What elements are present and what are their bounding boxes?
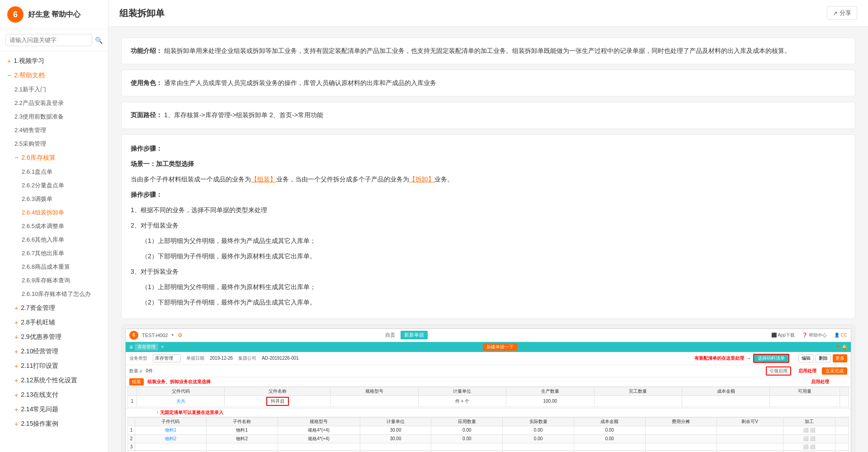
mock-form-date-value: 2019-12-26 [210, 356, 233, 361]
mock-enable-select[interactable]: 引领启用 [766, 366, 791, 376]
mock-form-type-select[interactable]: 库存管理 [153, 354, 181, 362]
sidebar-item-help-docs[interactable]: − 2.帮助文档 [0, 68, 108, 83]
mock-gear-icon: ⚙ [178, 332, 183, 338]
sidebar-sub-item-other-inbound[interactable]: 2.6.6其他入库单 [0, 233, 108, 247]
sidebar-item-video-learning[interactable]: + 1.视频学习 [0, 54, 108, 68]
sidebar-sub-item-assembly[interactable]: 2.6.4组装拆卸单 [0, 206, 108, 219]
sidebar-item-finance[interactable]: + 2.7资金管理 [0, 301, 108, 315]
plus-icon-faq: + [14, 406, 18, 413]
sidebar-item-faq[interactable]: + 2.14常见问题 [0, 402, 108, 417]
search-icon[interactable]: 🔍 [95, 37, 103, 44]
sidebar-item-mobile[interactable]: + 2.8手机旺辅 [0, 315, 108, 330]
mock-qty-value: 0件 [146, 368, 153, 374]
step3: 3、对于拆装业务 [131, 265, 846, 278]
sidebar-sub-item-sales[interactable]: 2.4销售管理 [0, 124, 108, 137]
mock-child-row2: 2 物料2 物料2 规格4*(+4) 30.00 0.00 0.00 0.00 [128, 434, 849, 443]
mock-th-c-process: 加工 [783, 417, 835, 426]
intro-label: 功能介绍： [131, 47, 162, 54]
step2-2: （2）下部明细为子件明细，最终作为原材料生成其它出库单。 [142, 250, 846, 262]
screenshot-mock: 6 TEST-H002 ▾ ⚙ 自贡 新新单据 ⬛ App下载 ❓ 帮助中心 👤… [122, 325, 855, 452]
disassembly-link[interactable]: 【拆卸】 [409, 176, 434, 183]
mock-th-child-code: 子件代码 [135, 417, 207, 426]
sidebar-sub-item-new-user[interactable]: 2.1新手入门 [0, 83, 108, 96]
mock-child-remain2 [717, 434, 783, 443]
mock-td-check1: 1 [128, 395, 137, 407]
mock-parent-table: 父件代码 父件名称 规格型号 计量单位 生产数量 完工数量 成本金额 可用量 [127, 387, 849, 407]
mock-child-actual2: 0.00 [503, 434, 574, 443]
sidebar-sub-item-stocktake[interactable]: 2.6.1盘点单 [0, 165, 108, 179]
mock-form-header: 业务类型 库存管理 单据日期 2019-12-26 集团公司 AD-201912… [126, 352, 851, 365]
page-header: 组装拆卸单 ↗ 分享 [108, 0, 868, 27]
steps-section: 操作步骤： 场景一：加工类型选择 当由多个子件材料组装成一个成品的业务为【组装】… [121, 134, 855, 319]
mock-left-sidebar-icon: ≡ [129, 343, 133, 351]
mock-th-produce-qty: 生产数量 [506, 387, 594, 395]
minus-icon-inventory: − [14, 154, 19, 162]
mock-child-fee2 [645, 434, 717, 443]
logo-area: 6 好生意 帮助中心 [0, 0, 108, 29]
sidebar-sub-item-goods-cost-recalc[interactable]: 2.6.8商品成本重算 [0, 260, 108, 274]
mock-type-indicator: 组装 [129, 378, 144, 385]
sidebar-item-system[interactable]: + 2.12系统个性化设置 [0, 373, 108, 388]
mock-td-unit1: 件 + 个 [418, 395, 506, 407]
mock-form-row2: 数量 ≥ 0件 引领启用 启用处理 立采完成 [126, 365, 851, 377]
mock-th-c-spec: 规格型号 [278, 417, 360, 426]
mock-child-proc2: ⬜ ⬜ [783, 434, 835, 443]
sidebar-sub-item-ledger-query[interactable]: 2.6.9库存账本查询 [0, 274, 108, 287]
mock-company: TEST-H002 [142, 333, 168, 338]
sidebar-sub-item-data-prep[interactable]: 2.3使用前数据准备 [0, 110, 108, 124]
mock-child-name1: 物料1 [206, 426, 278, 434]
sidebar-sub-item-cost-adjust[interactable]: 2.6.5成本调整单 [0, 219, 108, 233]
share-button[interactable]: ↗ 分享 [827, 6, 857, 20]
mock-new-doc-btn[interactable]: 新建单据一下 [483, 343, 517, 351]
share-icon: ↗ [833, 10, 838, 17]
sidebar-sub-item-batch-stocktake[interactable]: 2.6.2分量盘点单 [0, 179, 108, 192]
mock-top-actions: 编辑 删除 更多 [798, 354, 847, 362]
sidebar-sub-item-transfer[interactable]: 2.6.3调拨单 [0, 192, 108, 206]
mock-th-c-ops [835, 417, 849, 426]
sidebar-item-inventory[interactable]: − 2.6库存核算 [0, 151, 108, 165]
nav-section: + 1.视频学习 − 2.帮助文档 2.1新手入门 2.2产品安装及登录 2.3… [0, 51, 108, 434]
mock-nav-home[interactable]: 自贡 [382, 331, 399, 339]
mock-save-btn[interactable]: 更多 [833, 354, 847, 362]
mock-td-pqty1: 100.00 [506, 395, 594, 407]
mock-delete-btn[interactable]: 删除 [816, 354, 831, 362]
mock-annotation3-text: 启用处理 [798, 368, 816, 374]
plus-icon-cases: + [14, 420, 18, 428]
search-input[interactable] [5, 34, 92, 46]
mock-edit-btn[interactable]: 编辑 [798, 354, 814, 362]
sidebar-sub-item-install[interactable]: 2.2产品安装及登录 [0, 96, 108, 110]
mock-form-ref-value: AD-20191226-001 [262, 356, 299, 361]
sidebar-item-cases[interactable]: + 2.15操作案例 [0, 417, 108, 431]
mock-toolbar-inventory[interactable]: 库存管理 [135, 343, 158, 351]
mock-toolbar-close[interactable]: × [161, 344, 164, 349]
assembly-link[interactable]: 【组装】 [251, 176, 276, 183]
sidebar-sub-item-other-outbound[interactable]: 2.6.7其他出库单 [0, 247, 108, 260]
sidebar-item-payment[interactable]: + 2.13在线支付 [0, 388, 108, 402]
plus-icon-print: + [14, 362, 18, 370]
mock-confirm-btn[interactable]: 立采完成 [822, 367, 847, 375]
sidebar-item-print[interactable]: + 2.11打印设置 [0, 359, 108, 373]
mock-th-c-unit: 计量单位 [360, 417, 431, 426]
screenshot-container: 6 TEST-H002 ▾ ⚙ 自贡 新新单据 ⬛ App下载 ❓ 帮助中心 👤… [121, 324, 855, 452]
sidebar-item-operations[interactable]: + 2.10经营管理 [0, 344, 108, 359]
mock-bom-btn[interactable]: 选择码料清单 [753, 354, 789, 363]
mock-nav-newdoc[interactable]: 新新单据 [401, 331, 428, 339]
mock-form-ref-label: 集团公司 [238, 355, 256, 362]
sidebar-sub-item-ledger-error[interactable]: 2.6.10库存账本错了怎么办 [0, 287, 108, 301]
sidebar-item-coupon[interactable]: + 2.9优惠券管理 [0, 330, 108, 344]
main-area: 组装拆卸单 ↗ 分享 功能介绍： 组装拆卸单用来处理企业组装或拆卸等加工业务，支… [108, 0, 868, 452]
mock-th-available: 可用量 [770, 387, 840, 395]
page-title: 组装拆卸单 [119, 7, 165, 19]
mock-td-cqty1 [594, 395, 682, 407]
sidebar-sub-item-purchase[interactable]: 2.5采购管理 [0, 137, 108, 151]
step2: 2、对于组装业务 [131, 219, 846, 232]
step3-1: （1）上部明细为父件明细，最终作为原材料生成其它出库单； [142, 281, 846, 293]
mock-form-type-label: 业务类型 [129, 355, 147, 362]
mock-parent-row1: 1 关共 抖开启 件 + 个 100.00 [128, 395, 849, 407]
mock-annotation1-text: 有装配清单的在这里处理 [694, 355, 744, 362]
mock-type-row: 组装 组装业务、拆卸业务在这里选择 启用处理 [126, 377, 851, 387]
mock-th-c-check [128, 417, 135, 426]
mock-arrow1: → [746, 355, 751, 362]
mock-input-highlight1[interactable]: 抖开启 [266, 397, 289, 406]
mock-th-c-cost: 成本金额 [574, 417, 645, 426]
